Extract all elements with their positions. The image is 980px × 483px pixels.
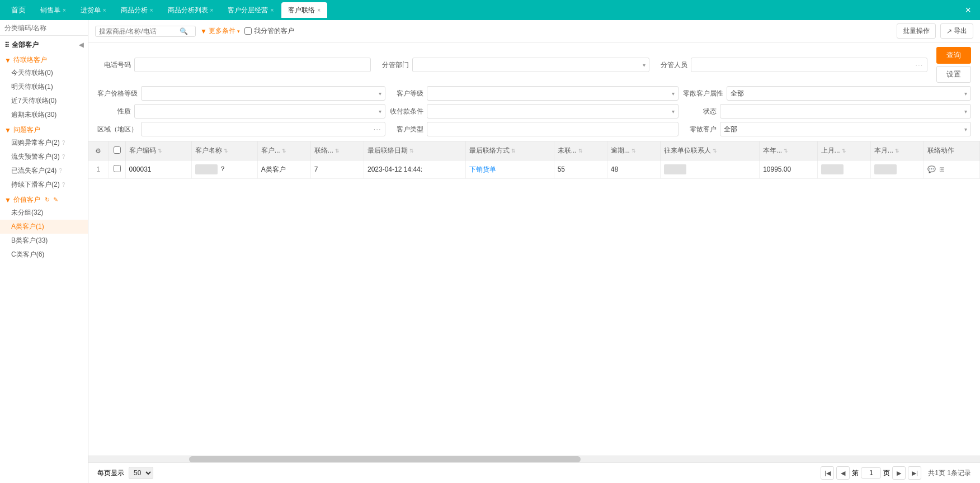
sidebar-item-a-class[interactable]: A类客户(1): [0, 220, 88, 234]
filter-search-input[interactable]: [99, 27, 177, 35]
sidebar-item-churned[interactable]: 已流失客户(24) ?: [0, 164, 88, 178]
section-value[interactable]: ▼ 价值客户 ↻ ✎: [0, 192, 88, 206]
retail-customer-input[interactable]: 全部 ▾: [720, 122, 971, 136]
refresh-icon[interactable]: ↻: [45, 196, 50, 203]
section-problem[interactable]: ▼ 问题客户: [0, 122, 88, 136]
close-sales-tab[interactable]: ×: [63, 7, 66, 13]
sort-last-date: ⇅: [409, 148, 414, 154]
sidebar-search-input[interactable]: [4, 24, 88, 32]
status-input[interactable]: ▾: [720, 104, 971, 119]
first-page-btn[interactable]: |◀: [821, 466, 834, 480]
adv-filter-row-1: 电话号码 分管部门 ▾ 分管人员 ··· 查询 设置: [97, 47, 971, 83]
retail-attr-input[interactable]: 全部 ▾: [727, 86, 971, 101]
sidebar-item-repurchase[interactable]: 回购异常客户(2) ?: [0, 136, 88, 150]
edit-icon[interactable]: ✎: [53, 196, 58, 203]
status-arrow: ▾: [964, 108, 967, 115]
close-customer-contact-tab[interactable]: ×: [317, 7, 321, 13]
customer-level-input[interactable]: ▾: [427, 86, 678, 101]
price-level-input[interactable]: ▾: [141, 86, 385, 101]
nav-tab-analysis[interactable]: 商品分析 ×: [114, 2, 160, 18]
horizontal-scrollbar[interactable]: [88, 456, 980, 462]
pay-condition-input[interactable]: ▾: [427, 104, 678, 119]
close-analysis-tab[interactable]: ×: [150, 7, 153, 13]
close-customer-layer-tab[interactable]: ×: [270, 7, 274, 13]
sidebar-collapse-btn[interactable]: ◀: [79, 41, 83, 49]
nav-tab-customer-layer[interactable]: 客户分层经营 ×: [221, 2, 280, 18]
staff-input[interactable]: ···: [691, 58, 927, 72]
th-last-month[interactable]: 上月...⇅: [817, 141, 870, 160]
nav-tab-analysis-list[interactable]: 商品分析列表 ×: [161, 2, 220, 18]
sidebar-item-tomorrow[interactable]: 明天待联络(1): [0, 80, 88, 94]
nav-tab-sales[interactable]: 销售单 ×: [34, 2, 73, 18]
sort-contact-count: ⇅: [335, 148, 340, 154]
sidebar-item-today[interactable]: 今天待联络(0): [0, 66, 88, 80]
th-gear[interactable]: ⚙: [88, 141, 109, 160]
top-nav: 首页 销售单 × 进货单 × 商品分析 × 商品分析列表 × 客户分层经营 × …: [0, 0, 980, 20]
sidebar-all-customers[interactable]: ⠿ 全部客户 ◀: [0, 36, 88, 52]
prev-page-btn[interactable]: ◀: [836, 466, 850, 480]
th-name[interactable]: 客户名称⇅: [191, 141, 257, 160]
nav-tab-purchase[interactable]: 进货单 ×: [74, 2, 113, 18]
filter-more-btn[interactable]: ▼ 更多条件 ▾: [200, 26, 240, 36]
per-page-select[interactable]: 50: [129, 467, 153, 479]
th-this-month[interactable]: 本月...⇅: [870, 141, 924, 160]
table-row: 1 000031 ？ A类客户 7 2023-04-12 14:44: 下销货单…: [88, 160, 980, 179]
sidebar-item-b-class[interactable]: B类客户(33): [0, 234, 88, 248]
last-contact-method-val[interactable]: 下销货单: [466, 160, 554, 179]
advanced-filter: 电话号码 分管部门 ▾ 分管人员 ··· 查询 设置: [88, 42, 980, 141]
next-page-btn[interactable]: ▶: [892, 466, 906, 480]
last-page-btn[interactable]: ▶|: [908, 466, 921, 480]
th-last-method[interactable]: 最后联络方式⇅: [466, 141, 554, 160]
my-customers-filter[interactable]: 我分管的客户: [244, 26, 294, 36]
close-analysis-list-tab[interactable]: ×: [210, 7, 214, 13]
action-cell: 💬 ⊞: [924, 160, 979, 179]
grid-action-icon[interactable]: ⊞: [939, 165, 945, 173]
sort-this-month: ⇅: [895, 148, 899, 154]
nav-tab-customer-contact[interactable]: 客户联络 ×: [281, 2, 327, 18]
th-contact-count[interactable]: 联络...⇅: [310, 141, 364, 160]
th-last-date[interactable]: 最后联络日期⇅: [364, 141, 466, 160]
th-contact-person[interactable]: 往来单位联系人⇅: [660, 141, 759, 160]
section-pending[interactable]: ▼ 待联络客户: [0, 52, 88, 66]
retail-customer-label: 零散客户: [683, 125, 717, 134]
th-overdue[interactable]: 逾期...⇅: [607, 141, 660, 160]
th-not-contacted[interactable]: 未联...⇅: [554, 141, 607, 160]
sidebar-item-declining[interactable]: 持续下滑客户(2) ?: [0, 178, 88, 192]
close-all-tabs[interactable]: ×: [960, 4, 976, 16]
my-customers-checkbox[interactable]: [244, 27, 252, 35]
region-input[interactable]: ···: [141, 122, 385, 136]
scrollbar-thumb[interactable]: [189, 456, 581, 462]
message-action-icon[interactable]: 💬: [927, 165, 936, 173]
page-number-input[interactable]: [861, 467, 881, 479]
query-button[interactable]: 查询: [936, 47, 971, 64]
export-button[interactable]: ↗ 导出: [940, 23, 973, 39]
close-purchase-tab[interactable]: ×: [103, 7, 106, 13]
sidebar-item-7days[interactable]: 近7天待联络(0): [0, 94, 88, 108]
row-select-checkbox[interactable]: [114, 165, 121, 172]
filter-search-icon[interactable]: 🔍: [180, 27, 188, 35]
th-code[interactable]: 客户编码⇅: [125, 141, 191, 160]
status-label: 状态: [683, 107, 717, 116]
sidebar-item-overdue[interactable]: 逾期未联络(30): [0, 108, 88, 122]
customer-type-input[interactable]: [427, 122, 678, 136]
name-gray-box: [195, 164, 218, 174]
row-checkbox[interactable]: [109, 160, 125, 179]
field-customer-level: 客户等级 ▾: [390, 86, 678, 101]
th-ctype[interactable]: 客户...⇅: [257, 141, 310, 160]
dept-input[interactable]: ▾: [412, 58, 649, 72]
customer-level-arrow: ▾: [672, 91, 675, 97]
phone-input[interactable]: [134, 58, 371, 72]
sidebar-item-ungrouped[interactable]: 未分组(32): [0, 206, 88, 220]
sidebar-item-c-class[interactable]: C类客户(6): [0, 248, 88, 262]
th-this-year[interactable]: 本年...⇅: [760, 141, 817, 160]
customer-level-label: 客户等级: [390, 89, 423, 98]
customer-type-label: 客户类型: [390, 125, 423, 134]
th-checkbox[interactable]: [109, 141, 125, 160]
sidebar-item-churn-warning[interactable]: 流失预警客户(3) ?: [0, 150, 88, 164]
nature-input[interactable]: ▾: [134, 104, 385, 119]
nav-home[interactable]: 首页: [4, 2, 32, 18]
settings-button[interactable]: 设置: [936, 66, 971, 83]
batch-op-button[interactable]: 批量操作: [897, 23, 936, 39]
select-all-checkbox[interactable]: [114, 146, 121, 154]
dept-arrow: ▾: [643, 62, 646, 68]
